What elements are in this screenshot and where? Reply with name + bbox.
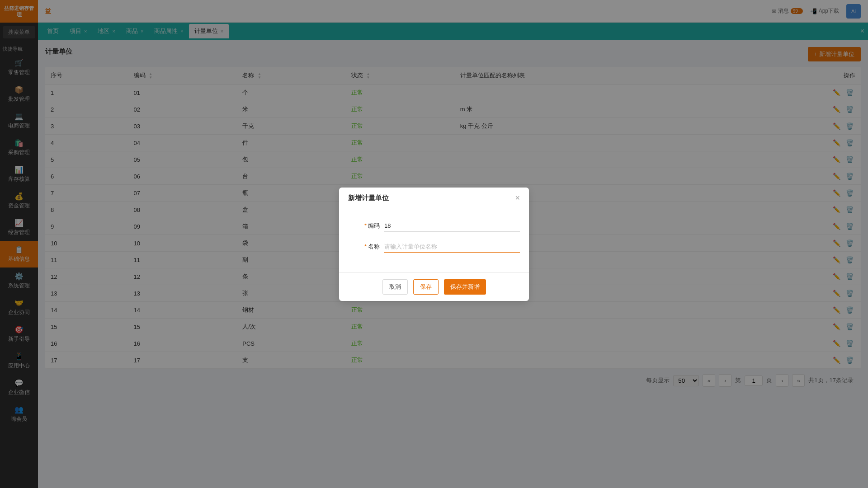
name-input[interactable] [384, 241, 520, 253]
add-unit-modal: 新增计量单位 × *编码 *名称 取消 保存 保存并新增 [339, 188, 529, 301]
save-continue-button[interactable]: 保存并新增 [444, 279, 486, 295]
form-row-name: *名称 [348, 241, 520, 253]
modal-overlay: 新增计量单位 × *编码 *名称 取消 保存 保存并新增 [0, 0, 868, 488]
modal-title: 新增计量单位 [348, 194, 389, 202]
modal-header: 新增计量单位 × [339, 188, 529, 209]
code-field-label: *编码 [348, 222, 380, 230]
required-star-name: * [364, 243, 367, 250]
cancel-button[interactable]: 取消 [382, 279, 408, 295]
modal-body: *编码 *名称 [339, 209, 529, 272]
modal-footer: 取消 保存 保存并新增 [339, 272, 529, 301]
modal-close-button[interactable]: × [515, 194, 520, 202]
required-star-code: * [364, 222, 367, 229]
form-row-code: *编码 [348, 220, 520, 232]
code-input[interactable] [384, 220, 520, 232]
name-field-label: *名称 [348, 243, 380, 251]
save-button[interactable]: 保存 [413, 279, 439, 295]
